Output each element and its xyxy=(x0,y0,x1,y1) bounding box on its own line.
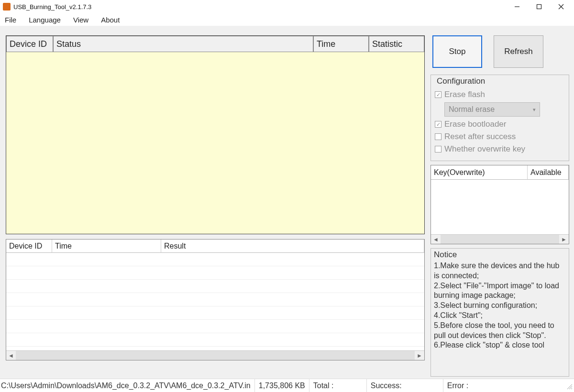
key-overwrite-table: Key(Overwrite) Available ◄ ► xyxy=(430,165,569,244)
status-error: Error : xyxy=(443,379,510,392)
content-area: Device ID Status Time Statistic Device I… xyxy=(0,26,574,379)
configuration-group: Configuration Erase flash Normal erase ▾… xyxy=(430,75,569,161)
configuration-title: Configuration xyxy=(435,76,487,86)
notice-line-4: 4.Click "Start"; xyxy=(434,311,566,321)
titlebar: USB_Burning_Tool_v2.1.7.3 xyxy=(0,0,574,13)
col-statistic[interactable]: Statistic xyxy=(369,36,424,52)
notice-panel: Notice 1.Make sure the devices and the h… xyxy=(430,248,569,377)
notice-line-6: 6.Please click "stop" & close tool xyxy=(434,340,566,350)
statusbar: C:\Users\Admin\Downloads\AM6_dce_0.3.2_A… xyxy=(0,379,574,392)
window-title: USB_Burning_Tool_v2.1.7.3 xyxy=(13,3,91,11)
app-icon xyxy=(3,3,11,11)
col-time[interactable]: Time xyxy=(313,36,369,52)
erase-flash-label: Erase flash xyxy=(444,90,485,99)
col-device-id[interactable]: Device ID xyxy=(6,36,53,52)
stop-button[interactable]: Stop xyxy=(432,35,482,68)
menu-about[interactable]: About xyxy=(99,15,121,25)
reset-after-checkbox[interactable] xyxy=(435,133,442,140)
result-table: Device ID Time Result ◄ ► xyxy=(6,239,425,360)
status-size: 1,735,806 KB xyxy=(254,379,309,392)
notice-line-2: 2.Select "File"-"Import image" to load b… xyxy=(434,281,566,301)
device-status-body xyxy=(6,52,424,234)
svg-rect-1 xyxy=(537,5,541,9)
key-body xyxy=(431,180,569,234)
scroll-left-icon[interactable]: ◄ xyxy=(431,235,441,244)
overwrite-key-label: Whether overwrite key xyxy=(444,144,525,154)
menu-language[interactable]: Language xyxy=(27,15,63,25)
minimize-button[interactable] xyxy=(506,0,528,13)
status-path: C:\Users\Admin\Downloads\AM6_dce_0.3.2_A… xyxy=(1,379,254,392)
reset-after-label: Reset after success xyxy=(444,132,516,142)
overwrite-key-checkbox[interactable] xyxy=(435,146,442,152)
menu-file[interactable]: File xyxy=(3,15,18,25)
menubar: File Language View About xyxy=(0,13,574,26)
col-result[interactable]: Result xyxy=(161,240,424,253)
col-result-device-id[interactable]: Device ID xyxy=(6,240,52,253)
notice-line-3: 3.Select burning configuration; xyxy=(434,301,566,311)
erase-bootloader-label: Erase bootloader xyxy=(444,120,506,129)
scroll-right-icon[interactable]: ► xyxy=(415,351,424,360)
result-header-row: Device ID Time Result xyxy=(6,240,424,253)
result-hscrollbar[interactable]: ◄ ► xyxy=(6,350,424,360)
svg-line-6 xyxy=(571,388,572,389)
scroll-right-icon[interactable]: ► xyxy=(559,235,569,244)
erase-flash-checkbox[interactable] xyxy=(435,91,442,98)
close-button[interactable] xyxy=(550,0,572,13)
reset-after-option[interactable]: Reset after success xyxy=(435,132,565,142)
menu-view[interactable]: View xyxy=(71,15,90,25)
device-status-table: Device ID Status Time Statistic xyxy=(6,35,425,234)
erase-mode-dropdown[interactable]: Normal erase ▾ xyxy=(444,102,540,117)
key-hscrollbar[interactable]: ◄ ► xyxy=(431,234,569,244)
resize-grip-icon[interactable] xyxy=(564,381,573,390)
erase-bootloader-option[interactable]: Erase bootloader xyxy=(435,120,565,129)
erase-bootloader-checkbox[interactable] xyxy=(435,121,442,128)
left-column: Device ID Status Time Statistic Device I… xyxy=(6,35,425,377)
col-key-overwrite[interactable]: Key(Overwrite) xyxy=(431,165,528,180)
col-status[interactable]: Status xyxy=(53,36,313,52)
result-body xyxy=(6,253,424,350)
status-success: Success: xyxy=(366,379,443,392)
notice-title: Notice xyxy=(434,250,566,260)
maximize-button[interactable] xyxy=(528,0,550,13)
overwrite-key-option[interactable]: Whether overwrite key xyxy=(435,144,565,154)
scroll-left-icon[interactable]: ◄ xyxy=(6,351,16,360)
notice-line-1: 1.Make sure the devices and the hub is c… xyxy=(434,261,566,281)
col-available[interactable]: Available xyxy=(528,165,569,180)
col-result-time[interactable]: Time xyxy=(52,240,161,253)
erase-mode-value: Normal erase xyxy=(449,105,495,114)
chevron-down-icon: ▾ xyxy=(533,107,536,113)
device-status-header-row: Device ID Status Time Statistic xyxy=(6,36,424,52)
action-buttons: Stop Refresh xyxy=(430,35,569,68)
right-column: Stop Refresh Configuration Erase flash N… xyxy=(430,35,569,377)
refresh-button[interactable]: Refresh xyxy=(494,35,543,68)
notice-line-5: 5.Before close the tool, you need to pul… xyxy=(434,321,566,341)
status-total: Total : xyxy=(309,379,366,392)
erase-flash-option[interactable]: Erase flash xyxy=(435,90,565,99)
